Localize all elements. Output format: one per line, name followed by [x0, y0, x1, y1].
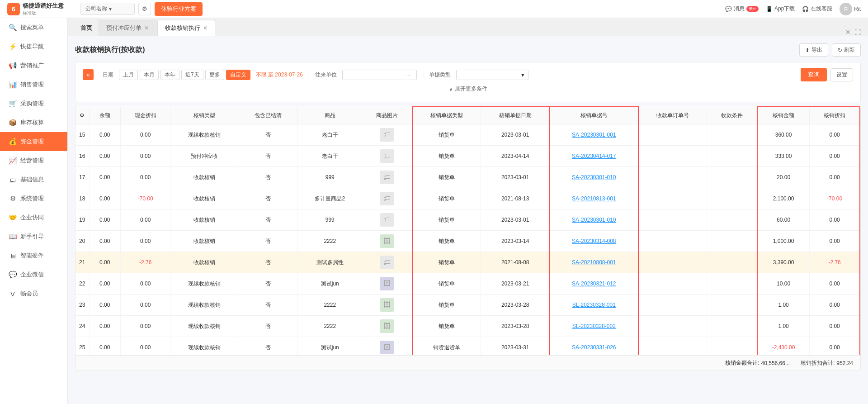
sidebar-label-hardware: 智能硬件 [20, 252, 44, 260]
cell-product: 测试jun [298, 337, 362, 356]
party-input-field[interactable] [346, 71, 405, 78]
sidebar-item-hardware[interactable]: 🖥 智能硬件 [0, 246, 67, 265]
sidebar-item-member[interactable]: V 畅会员 [0, 284, 67, 303]
cell-product: 999 [298, 167, 362, 188]
sidebar-item-operation[interactable]: 📈 经营管理 [0, 151, 67, 170]
sidebar-item-wechat[interactable]: 💬 企业微信 [0, 265, 67, 284]
cell-bill-no[interactable]: SA-20230301-010 [550, 209, 638, 231]
table-row: 23 0.00 0.00 现续收款核销 否 2222 🖼 销货单 2023-03… [75, 295, 860, 316]
online-service-button[interactable]: 🎧 在线客服 [802, 5, 832, 13]
party-input-dots[interactable]: ··· [405, 71, 413, 78]
product-image: 🏷 [380, 128, 394, 142]
cell-included: 否 [239, 209, 298, 231]
cell-bill-no[interactable]: SA-20210813-001 [550, 188, 638, 209]
cell-discount: -70.00 [810, 188, 860, 209]
cell-cash-discount: 0.00 [121, 146, 170, 167]
cell-bill-no[interactable]: SA-20230321-012 [550, 273, 638, 295]
sidebar-item-guide[interactable]: 📖 新手引导 [0, 227, 67, 246]
party-filter-input[interactable]: ··· [342, 70, 417, 80]
bill-type-select[interactable]: ▾ [456, 70, 528, 80]
expand-arrow-button[interactable]: » [83, 69, 94, 80]
cell-bill-no[interactable]: SA-20230331-026 [550, 337, 638, 356]
user-area[interactable]: R Rit [840, 3, 861, 15]
cell-bill-no[interactable]: SA-20230301-001 [550, 124, 638, 146]
message-button[interactable]: 💬 消息 99+ [725, 5, 759, 13]
bill-no-link[interactable]: SA-20230301-010 [572, 217, 616, 223]
sidebar-item-purchase[interactable]: 🛒 采购管理 [0, 94, 67, 113]
date-btn-custom[interactable]: 自定义 [226, 70, 250, 80]
query-button[interactable]: 查询 [801, 68, 827, 81]
cell-bill-type: 销货单 [412, 124, 481, 146]
product-image: 🖼 [380, 298, 394, 312]
gear-button[interactable]: ⚙ [138, 3, 151, 15]
cell-bill-no[interactable]: SA-20230301-010 [550, 167, 638, 188]
industry-button[interactable]: 休验行业方案 [155, 2, 203, 16]
sidebar-item-system[interactable]: ⚙ 系统管理 [0, 189, 67, 208]
cell-cash-discount: 0.00 [121, 273, 170, 295]
date-btn-this-month[interactable]: 本月 [140, 70, 159, 80]
bill-no-link[interactable]: SL-20230328-001 [572, 302, 616, 308]
sidebar-item-collab[interactable]: 🤝 企业协同 [0, 208, 67, 227]
bill-no-link[interactable]: SA-20230331-026 [572, 344, 616, 351]
date-btn-7days[interactable]: 近7天 [181, 70, 203, 80]
tab-home[interactable]: 首页 [75, 20, 98, 36]
date-btn-this-year[interactable]: 本年 [160, 70, 179, 80]
bill-no-link[interactable]: SA-20230321-012 [572, 280, 616, 287]
cell-recv-order [638, 295, 707, 316]
sidebar-item-nav[interactable]: ⚡ 快捷导航 [0, 37, 67, 56]
sidebar-item-finance[interactable]: 💰 资金管理 [0, 132, 67, 151]
sidebar-item-search[interactable]: 🔍 搜索菜单 [0, 18, 67, 37]
tab-verify[interactable]: 收款核销执行 ✕ [157, 20, 215, 36]
company-selector[interactable]: 公司名称 ▾ [80, 3, 135, 15]
tab-verify-close-icon[interactable]: ✕ [203, 25, 208, 31]
cell-amount: 333.00 [757, 146, 810, 167]
cell-bill-no[interactable]: SL-20230328-002 [550, 316, 638, 337]
sidebar-item-sales[interactable]: 📊 销售管理 [0, 75, 67, 94]
date-btn-more[interactable]: 更多 [205, 70, 224, 80]
table-scroll[interactable]: ⚙ 余额 现金折扣 核销类型 包含已结清 商品 商品图片 核销单据类型 核销单据… [75, 106, 860, 355]
cell-balance: 0.00 [89, 316, 121, 337]
export-button[interactable]: ⬆ 导出 [799, 43, 828, 57]
bill-no-link[interactable]: SA-20230301-010 [572, 174, 616, 181]
setting-button[interactable]: 设置 [830, 68, 853, 81]
sales-icon: 📊 [9, 81, 17, 89]
sidebar-item-inventory[interactable]: 📦 库存核算 [0, 113, 67, 132]
date-filter-buttons: 上月 本月 本年 近7天 更多 自定义 [119, 70, 250, 80]
sidebar-item-marketing[interactable]: 📢 营销推广 [0, 56, 67, 75]
date-btn-last-month[interactable]: 上月 [119, 70, 138, 80]
maximize-icon[interactable]: ⛶ [854, 29, 861, 36]
app-download-button[interactable]: 📱 App下载 [766, 5, 795, 13]
sidebar-item-basic[interactable]: 🗂 基础信息 [0, 170, 67, 189]
cell-recv-order [638, 252, 707, 273]
bill-no-link[interactable]: SA-20230414-017 [572, 153, 616, 159]
cell-balance: 0.00 [89, 146, 121, 167]
close-window-icon[interactable]: ✕ [845, 29, 851, 36]
bill-no-link[interactable]: SA-20210813-001 [572, 195, 616, 202]
refresh-button[interactable]: ↻ 刷新 [832, 43, 861, 57]
bill-no-link[interactable]: SA-20230301-001 [572, 132, 616, 138]
cell-included: 否 [239, 252, 298, 273]
cell-product-img: 🏷 [362, 252, 412, 273]
cell-id: 22 [75, 273, 89, 295]
tab-prepay-close-icon[interactable]: ✕ [144, 25, 149, 31]
expand-more-button[interactable]: ∨ 展开更多条件 [445, 83, 491, 95]
tab-prepay[interactable]: 预付冲应付单 ✕ [99, 20, 156, 36]
bill-no-link[interactable]: SA-20210808-001 [572, 259, 616, 266]
cell-bill-no[interactable]: SA-20230414-017 [550, 146, 638, 167]
product-image: 🏷 [380, 256, 394, 269]
cell-bill-no[interactable]: SA-20230314-008 [550, 231, 638, 252]
sidebar-label-finance: 资金管理 [20, 138, 44, 146]
cell-recv-cond [707, 209, 757, 231]
headset-icon: 🎧 [802, 6, 809, 12]
cell-amount: 1.00 [757, 316, 810, 337]
cell-recv-order [638, 188, 707, 209]
cell-bill-no[interactable]: SA-20210808-001 [550, 252, 638, 273]
cell-verify-type: 预付冲应收 [170, 146, 239, 167]
data-table: ⚙ 余额 现金折扣 核销类型 包含已结清 商品 商品图片 核销单据类型 核销单据… [75, 106, 860, 355]
cell-product: 测试jun [298, 273, 362, 295]
bill-no-link[interactable]: SA-20230314-008 [572, 238, 616, 244]
main-layout: 🔍 搜索菜单 ⚡ 快捷导航 📢 营销推广 📊 销售管理 🛒 采购管理 📦 库存核… [0, 18, 868, 404]
tab-bar: 首页 预付冲应付单 ✕ 收款核销执行 ✕ ✕ ⛶ [68, 18, 868, 36]
cell-bill-no[interactable]: SL-20230328-001 [550, 295, 638, 316]
bill-no-link[interactable]: SL-20230328-002 [572, 323, 616, 329]
